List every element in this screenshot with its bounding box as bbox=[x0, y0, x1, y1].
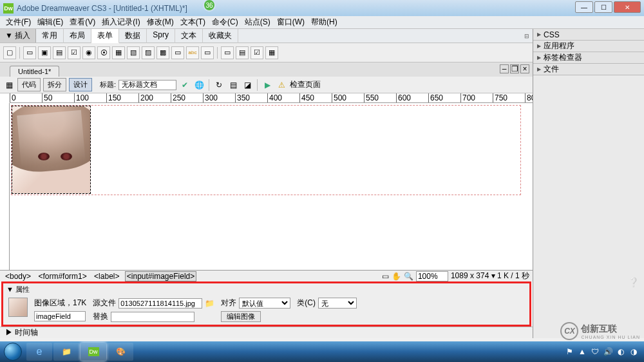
check-browser-icon[interactable]: ✔ bbox=[179, 79, 191, 91]
doc-minimize-icon[interactable]: – bbox=[500, 64, 509, 73]
visual-aids-icon[interactable]: ◪ bbox=[242, 79, 253, 91]
zoom-select[interactable] bbox=[416, 271, 448, 281]
system-tray: ⚑ ▲ 🛡 🔊 ◐ ◑ bbox=[559, 347, 644, 357]
pointer-tool-icon[interactable]: ▭ bbox=[382, 272, 389, 281]
list-menu-icon[interactable]: ▦ bbox=[112, 46, 125, 59]
tag-label[interactable]: <label> bbox=[92, 271, 121, 281]
tag-input[interactable]: <input#imageField> bbox=[125, 271, 196, 281]
textarea-icon[interactable]: ▤ bbox=[53, 46, 66, 59]
class-select[interactable]: 无 bbox=[318, 298, 357, 309]
checkbox-icon[interactable]: ☑ bbox=[68, 46, 80, 59]
help-icon[interactable]: ❔ bbox=[628, 277, 639, 287]
start-button[interactable] bbox=[0, 341, 26, 362]
image-name-input[interactable] bbox=[34, 311, 86, 321]
label-icon[interactable]: abc bbox=[186, 46, 199, 59]
taskbar-app-dreamweaver[interactable]: Dw bbox=[80, 343, 106, 361]
src-label: 源文件 bbox=[93, 298, 116, 309]
spry-validation-select-icon[interactable]: ▦ bbox=[265, 46, 278, 59]
menu-edit[interactable]: 编辑(E) bbox=[35, 17, 66, 28]
title-label: 标题: bbox=[100, 80, 116, 90]
fieldset-icon[interactable]: ▭ bbox=[201, 46, 214, 59]
hidden-field-icon[interactable]: ▣ bbox=[38, 46, 51, 59]
insert-tab-common[interactable]: 常用 bbox=[36, 29, 64, 43]
file-field-icon[interactable]: ▩ bbox=[156, 46, 169, 59]
insert-tab-spry[interactable]: Spry bbox=[147, 29, 175, 43]
doc-restore-icon[interactable]: ❐ bbox=[510, 64, 519, 73]
class-label: 类(C) bbox=[297, 298, 316, 309]
panel-tag-inspector[interactable]: ▶标签检查器 bbox=[533, 52, 644, 64]
spry-validation-checkbox-icon[interactable]: ☑ bbox=[251, 46, 263, 59]
image-field-icon[interactable]: ▨ bbox=[142, 46, 155, 59]
jump-menu-icon[interactable]: ▧ bbox=[127, 46, 140, 59]
layout-icon[interactable]: ▦ bbox=[3, 79, 15, 91]
spry-validation-textarea-icon[interactable]: ▤ bbox=[236, 46, 249, 59]
image-field-selection[interactable] bbox=[12, 106, 91, 194]
taskbar-app-paint[interactable]: 🎨 bbox=[108, 343, 133, 361]
menu-file[interactable]: 文件(F) bbox=[3, 17, 33, 28]
insert-tab-text[interactable]: 文本 bbox=[175, 29, 203, 43]
properties-header[interactable]: ▼ 属性 bbox=[3, 283, 529, 295]
view-code-button[interactable]: 代码 bbox=[17, 78, 41, 91]
taskbar-app-explorer[interactable]: 📁 bbox=[53, 343, 79, 361]
maximize-button[interactable]: ☐ bbox=[594, 1, 612, 13]
document-tab[interactable]: Untitled-1* bbox=[10, 66, 59, 77]
insert-tab-data[interactable]: 数据 bbox=[119, 29, 147, 43]
menu-text[interactable]: 文本(T) bbox=[178, 17, 208, 28]
src-input[interactable] bbox=[118, 298, 202, 309]
tag-form[interactable]: <form#form1> bbox=[36, 271, 88, 281]
radio-group-icon[interactable]: ⦿ bbox=[97, 46, 110, 59]
form-icon[interactable]: ▢ bbox=[3, 46, 16, 59]
tray-misc2-icon[interactable]: ◑ bbox=[629, 347, 639, 357]
panel-css[interactable]: ▶CSS bbox=[533, 29, 644, 41]
menu-help[interactable]: 帮助(H) bbox=[308, 17, 340, 28]
refresh-icon[interactable]: ↻ bbox=[213, 79, 225, 91]
doc-close-icon[interactable]: × bbox=[520, 64, 529, 73]
view-options-icon[interactable]: ▤ bbox=[227, 79, 239, 91]
radio-icon[interactable]: ◉ bbox=[82, 46, 95, 59]
edit-image-button[interactable]: 编辑图像 bbox=[221, 311, 261, 322]
page-title-input[interactable] bbox=[118, 80, 176, 90]
timeline-panel-header[interactable]: ▶ 时间轴 bbox=[0, 327, 533, 338]
menu-window[interactable]: 窗口(W) bbox=[274, 17, 307, 28]
tray-volume-icon[interactable]: 🔊 bbox=[603, 347, 613, 357]
tray-flag-icon[interactable]: ⚑ bbox=[564, 347, 574, 357]
insert-tab-favorites[interactable]: 收藏夹 bbox=[203, 29, 238, 43]
globe-icon[interactable]: 🌐 bbox=[193, 79, 205, 91]
window-size[interactable]: 1089 x 374 ▾ 1 K / 1 秒 bbox=[451, 271, 529, 281]
tray-network-icon[interactable]: ▲ bbox=[577, 347, 587, 357]
design-canvas[interactable] bbox=[10, 103, 533, 270]
validate-icon[interactable]: ▶ bbox=[261, 79, 273, 91]
view-split-button[interactable]: 拆分 bbox=[43, 78, 66, 91]
panel-application[interactable]: ▶应用程序 bbox=[533, 41, 644, 52]
tray-shield-icon[interactable]: 🛡 bbox=[590, 347, 600, 357]
close-button[interactable]: ✕ bbox=[614, 1, 641, 13]
menu-modify[interactable]: 修改(M) bbox=[144, 17, 176, 28]
menu-view[interactable]: 查看(V) bbox=[67, 17, 98, 28]
spry-validation-text-icon[interactable]: ▭ bbox=[221, 46, 234, 59]
menu-site[interactable]: 站点(S) bbox=[242, 17, 273, 28]
zoom-tool-icon[interactable]: 🔍 bbox=[404, 272, 413, 281]
browse-folder-icon[interactable]: 📁 bbox=[205, 299, 214, 308]
menu-commands[interactable]: 命令(C) bbox=[209, 17, 241, 28]
tray-misc-icon[interactable]: ◐ bbox=[616, 347, 626, 357]
textfield-icon[interactable]: ▭ bbox=[23, 46, 36, 59]
panel-files[interactable]: ▶文件 bbox=[533, 64, 644, 75]
taskbar-app-ie[interactable]: e bbox=[26, 343, 52, 361]
insert-bar-label[interactable]: ▼ 插入 bbox=[0, 29, 36, 43]
button-icon[interactable]: ▭ bbox=[171, 46, 184, 59]
minimize-button[interactable]: — bbox=[575, 1, 593, 13]
windows-taskbar: e 📁 Dw 🎨 ⚑ ▲ 🛡 🔊 ◐ ◑ bbox=[0, 341, 644, 362]
check-page-icon[interactable]: ⚠ bbox=[276, 79, 287, 91]
insert-bar-collapse-icon[interactable]: ⊟ bbox=[524, 33, 529, 39]
insert-tab-layout[interactable]: 布局 bbox=[64, 29, 91, 43]
tag-body[interactable]: <body> bbox=[3, 271, 33, 281]
hand-tool-icon[interactable]: ✋ bbox=[392, 272, 401, 281]
view-design-button[interactable]: 设计 bbox=[69, 78, 92, 91]
check-page-label[interactable]: 检查页面 bbox=[290, 79, 321, 90]
placeholder-image bbox=[12, 106, 90, 193]
align-select[interactable]: 默认值 bbox=[239, 298, 290, 309]
insert-tab-forms[interactable]: 表单 bbox=[91, 29, 119, 43]
menu-bar: 文件(F) 编辑(E) 查看(V) 插入记录(I) 修改(M) 文本(T) 命令… bbox=[0, 16, 644, 29]
menu-insert[interactable]: 插入记录(I) bbox=[99, 17, 142, 28]
alt-input[interactable] bbox=[111, 312, 194, 322]
